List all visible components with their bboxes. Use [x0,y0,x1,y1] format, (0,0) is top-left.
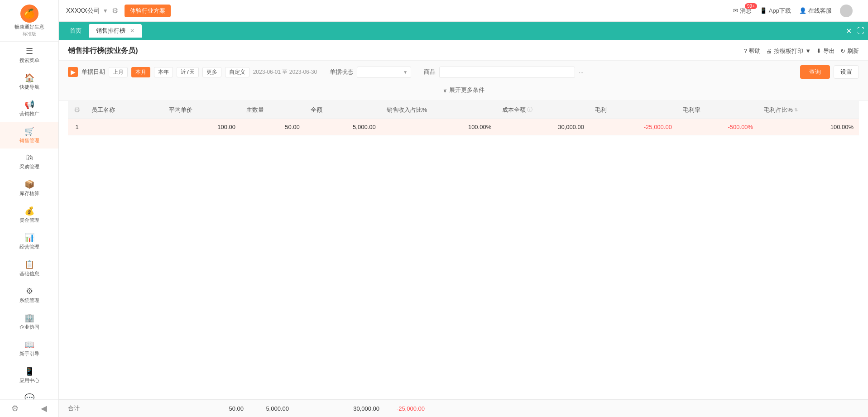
topbar-gear-icon[interactable]: ⚙ [112,6,118,15]
date-btn-this-year[interactable]: 本年 [154,67,173,77]
date-btn-last-7-days[interactable]: 近7天 [177,67,199,77]
sales-icon: 🛒 [24,126,34,136]
sidebar-item-label: 经营管理 [19,244,39,250]
data-table-wrapper: ⚙ 员工名称 平均单价 主数量 全额 [59,101,868,399]
sidebar-footer: ⚙ ◀ [0,399,58,417]
help-button[interactable]: ? 帮助 [744,47,761,55]
topbar-right: ✉ 消息 99+ 📱 App下载 👤 在线客服 [733,5,861,17]
cell-cost: 30,000.00 [497,119,590,135]
sidebar-item-wechat[interactable]: 💬 企业微信 [0,388,58,399]
topbar-online-service[interactable]: 👤 在线客服 [799,7,832,15]
tab-home[interactable]: 首页 [62,24,89,38]
sidebar-item-guide[interactable]: 📖 新手引导 [0,335,58,362]
tabbar: 首页 销售排行榜 ✕ ✕ ⛶ [59,22,868,40]
tab-close-window-icon[interactable]: ✕ [846,27,852,35]
settings-button[interactable]: 设置 [834,65,859,79]
column-settings-icon[interactable]: ⚙ [74,106,80,114]
sidebar-item-inventory[interactable]: 📦 库存核算 [0,175,58,201]
page-content: 销售排行榜(按业务员) ? 帮助 🖨 按模板打印 ▼ ⬇ 导出 ↻ 刷新 [59,40,868,417]
guide-icon: 📖 [24,340,34,350]
sidebar-nav: ☰ 搜索菜单 🏠 快捷导航 📢 营销推广 🛒 销售管理 🛍 采购管理 📦 库存核… [0,42,58,399]
service-label: 在线客服 [808,7,832,15]
topbar-company[interactable]: XXXXX公司 ▼ [66,7,108,15]
tab-close-icon[interactable]: ✕ [130,28,134,34]
home-icon: 🏠 [24,73,34,83]
sidebar: 🍊 畅康通好生意 标准版 ☰ 搜索菜单 🏠 快捷导航 📢 营销推广 🛒 销售管理… [0,0,59,417]
col-sales-pct-label: 销售收入占比% [387,106,427,113]
collapse-sidebar-icon[interactable]: ◀ [41,403,47,413]
app-center-icon: 📱 [24,366,34,376]
data-table: ⚙ 员工名称 平均单价 主数量 全额 [68,101,859,135]
status-filter-label: 单据状态 [330,68,353,76]
status-select-wrapper [357,67,411,78]
cell-sales-pct: 100.00% [381,119,497,135]
topbar-message-button[interactable]: ✉ 消息 99+ [733,7,752,15]
date-btn-more[interactable]: 更多 [202,67,221,77]
col-header-profit-pct: 毛利占比% ⇅ [758,101,859,119]
expand-icon: ∨ [443,87,447,94]
sidebar-item-marketing[interactable]: 📢 营销推广 [0,95,58,122]
cell-avg-price: 100.00 [163,119,241,135]
date-btn-custom[interactable]: 自定义 [225,67,249,77]
table-footer: 合计 50.00 5,000.00 30,000.00 -25,000.00 [59,399,868,417]
sidebar-item-operations[interactable]: 📊 经营管理 [0,228,58,255]
sidebar-item-sales[interactable]: 🛒 销售管理 [0,122,58,149]
filter-more-icon: ··· [579,69,584,76]
col-header-amount: 全额 [305,101,381,119]
sidebar-item-basic-info[interactable]: 📋 基础信息 [0,255,58,282]
filter-toggle-arrow[interactable]: ▶ [68,67,78,77]
template-print-button[interactable]: 🖨 按模板打印 ▼ [766,47,811,55]
logo-icon: 🍊 [20,5,38,23]
expand-more-conditions-button[interactable]: ∨ 展开更多条件 [443,86,484,94]
query-button[interactable]: 查询 [800,65,830,79]
export-button[interactable]: ⬇ 导出 [816,47,835,55]
sidebar-item-quick-nav[interactable]: 🏠 快捷导航 [0,68,58,95]
phone-icon: 📱 [760,7,767,14]
cell-profit-rate: -500.00% [677,119,758,135]
col-header-profit: 毛利 [590,101,677,119]
active-tab-label: 销售排行榜 [96,27,125,35]
col-amount-label: 全额 [311,106,322,113]
try-industry-button[interactable]: 体验行业方案 [125,5,171,17]
sidebar-item-label: 搜索菜单 [19,57,39,64]
marketing-icon: 📢 [24,100,34,110]
sidebar-item-search-order[interactable]: ☰ 搜索菜单 [0,42,58,68]
footer-label: 合计 [68,404,158,412]
avatar[interactable] [840,5,853,17]
sidebar-item-app-center[interactable]: 📱 应用中心 [0,362,58,388]
topbar-app-download[interactable]: 📱 App下载 [760,7,791,15]
profit-pct-sort-icon[interactable]: ⇅ [794,107,798,112]
settings-footer-icon[interactable]: ⚙ [11,403,19,413]
export-icon: ⬇ [816,48,821,54]
date-btn-last-month[interactable]: 上月 [109,67,128,77]
cell-main-qty: 50.00 [241,119,305,135]
footer-amount: 5,000.00 [249,405,294,412]
date-range-display: 2023-06-01 至 2023-06-30 [253,68,317,76]
goods-filter-label: 商品 [424,68,436,76]
cell-profit: -25,000.00 [590,119,677,135]
export-label: 导出 [823,47,835,55]
sidebar-item-label: 新手引导 [19,350,39,357]
sidebar-item-finance[interactable]: 💰 资金管理 [0,201,58,228]
tab-sales-ranking[interactable]: 销售排行榜 ✕ [89,24,142,38]
footer-main-qty: 50.00 [204,405,249,412]
tab-maximize-icon[interactable]: ⛶ [857,27,864,35]
sidebar-item-system[interactable]: ⚙ 系统管理 [0,282,58,308]
sidebar-item-label: 采购管理 [19,163,39,170]
cost-info-icon[interactable]: ⓘ [527,106,532,114]
refresh-button[interactable]: ↻ 刷新 [840,47,859,55]
company-name: XXXXX公司 [66,7,100,15]
sidebar-item-enterprise[interactable]: 🏢 企业协同 [0,308,58,335]
col-header-employee: 员工名称 [86,101,163,119]
date-btn-this-month[interactable]: 本月 [131,67,150,77]
inventory-icon: 📦 [24,179,34,189]
template-print-label: 按模板打印 [774,47,803,55]
status-select[interactable] [357,67,411,78]
goods-input[interactable] [439,67,575,78]
col-header-avg-price: 平均单价 [163,101,241,119]
col-main-qty-label: 主数量 [246,106,264,113]
cell-amount: 5,000.00 [305,119,381,135]
table-row: 1 100.00 50.00 5,000.00 100.00% 30,000.0… [68,119,859,135]
sidebar-item-purchase[interactable]: 🛍 采购管理 [0,149,58,175]
cell-index: 1 [68,119,86,135]
